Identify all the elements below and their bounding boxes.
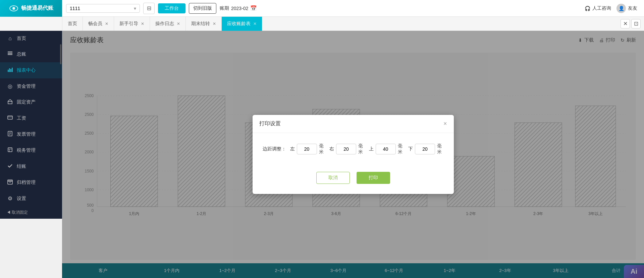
calendar-icon[interactable]: 📅 [250,5,257,11]
bottom-margin-group: 下 毫米 [408,143,444,155]
layout: ⌂ 首页 总账 报表中心 ◎ 资金管理 [0,31,644,278]
consult-label: 人工咨询 [592,5,611,11]
user-button[interactable]: 👤 友友 [616,4,637,13]
bottom-margin-input[interactable] [415,144,435,154]
svg-rect-2 [8,52,12,52]
sidebar-collapse-label: ◀ 取消固定 [7,210,28,215]
tab-bar: 首页 畅会员 ✕ 新手引导 ✕ 操作日志 ✕ 期末结转 ✕ 应收账龄表 ✕ ✕ … [0,17,644,31]
reports-icon [7,67,13,74]
sidebar-item-funds[interactable]: ◎ 资金管理 [0,78,62,94]
header: 畅捷通易代账 1111 ▾ ⊟ 工作台 切到旧版 账期 2023-02 📅 🎧 … [0,0,644,17]
dialog-body: 边距调整： 左 毫米 右 毫米 上 [253,133,454,165]
top-margin-group: 上 毫米 [369,143,405,155]
tab-operation-log[interactable]: 操作日志 ✕ [150,17,186,31]
print-settings-dialog: 打印设置 × 边距调整： 左 毫米 右 毫米 [253,115,454,194]
sidebar: ⌂ 首页 总账 报表中心 ◎ 资金管理 [0,31,62,219]
checkout-icon [7,163,13,170]
main-content: 应收账龄表 ⬇ 下载 🖨 打印 ↻ 刷新 [62,31,644,278]
dialog-title: 打印设置 [259,120,281,127]
bottom-label: 下 [408,146,413,152]
dialog-header: 打印设置 × [253,115,454,133]
user-label: 友友 [628,5,637,11]
sidebar-item-label: 总账 [17,51,26,57]
tab-close-operation-log[interactable]: ✕ [177,21,180,26]
sidebar-item-archive[interactable]: 归档管理 [0,175,62,191]
sidebar-item-ledger[interactable]: 总账 [0,46,62,62]
period-label: 账期 [220,5,229,11]
sidebar-scrollbar[interactable] [60,44,61,64]
tab-expand-button[interactable]: ⊡ [631,19,641,28]
left-margin-input[interactable] [297,144,317,154]
sidebar-item-label: 工资 [17,115,26,121]
overlay: 打印设置 × 边距调整： 左 毫米 右 毫米 [62,31,644,278]
svg-rect-6 [9,68,10,72]
logo: 畅捷通易代账 [0,0,62,17]
svg-rect-8 [12,68,13,72]
sidebar-item-label: 首页 [17,36,26,42]
assets-icon [7,99,13,106]
sidebar-wrapper: ⌂ 首页 总账 报表中心 ◎ 资金管理 [0,31,62,278]
svg-rect-10 [8,116,12,119]
sidebar-item-reports[interactable]: 报表中心 [0,62,62,78]
tab-actions: ✕ ⊡ [617,19,644,28]
sidebar-item-label: 固定资产 [17,99,36,105]
sidebar-item-home[interactable]: ⌂ 首页 [0,31,62,46]
top-margin-input[interactable] [376,144,396,154]
sidebar-item-label: 设置 [17,196,26,202]
right-label: 右 [329,146,334,152]
archive-icon-button[interactable]: ⊟ [143,3,155,14]
salary-icon [7,115,13,122]
sidebar-item-tax[interactable]: 税务管理 [0,142,62,158]
sidebar-item-label: 归档管理 [17,180,36,186]
sidebar-item-label: 结账 [17,163,26,169]
header-right: 🎧 人工咨询 👤 友友 [578,4,644,13]
sidebar-item-invoice[interactable]: 发票管理 [0,126,62,142]
cancel-button[interactable]: 取消 [316,172,350,184]
tab-membership[interactable]: 畅会员 ✕ [83,17,114,31]
margin-label: 边距调整： [263,146,286,152]
tab-close-guide[interactable]: ✕ [141,21,144,26]
sidebar-item-salary[interactable]: 工资 [0,110,62,126]
tab-guide[interactable]: 新手引导 ✕ [114,17,150,31]
svg-rect-3 [8,53,12,54]
tab-close-aging-report[interactable]: ✕ [253,21,257,26]
tab-aging-report[interactable]: 应收账龄表 ✕ [222,17,262,31]
home-icon: ⌂ [7,36,13,42]
workbench-button[interactable]: 工作台 [158,3,185,13]
sidebar-item-checkout[interactable]: 结账 [0,158,62,175]
sidebar-item-settings[interactable]: ⚙ 设置 [0,191,62,206]
invoice-icon [7,131,13,138]
sidebar-collapse-button[interactable]: ◀ 取消固定 [0,206,62,219]
print-confirm-button[interactable]: 打印 [357,172,390,184]
switch-old-version-button[interactable]: 切到旧版 [189,3,216,14]
ledger-icon [7,51,13,58]
company-selector[interactable]: 1111 ▾ [66,4,140,13]
archive-sidebar-icon [7,179,13,186]
tab-close-period-transfer[interactable]: ✕ [213,21,216,26]
right-unit: 毫米 [358,143,365,155]
sidebar-item-assets[interactable]: 固定资产 [0,94,62,110]
svg-rect-16 [8,148,12,152]
tab-period-transfer[interactable]: 期末结转 ✕ [186,17,222,31]
sidebar-item-label: 资金管理 [17,83,36,89]
top-label: 上 [369,146,374,152]
consult-button[interactable]: 🎧 人工咨询 [585,5,611,11]
company-name: 1111 [70,6,131,11]
right-margin-input[interactable] [336,144,356,154]
dialog-close-button[interactable]: × [443,120,447,127]
tab-close-membership[interactable]: ✕ [105,21,108,26]
left-margin-group: 左 毫米 [290,143,326,155]
svg-rect-4 [8,54,12,55]
left-unit: 毫米 [319,143,326,155]
svg-rect-20 [8,180,12,181]
chevron-down-icon: ▾ [134,6,136,11]
bottom-unit: 毫米 [437,143,444,155]
archive-icon: ⊟ [147,5,151,11]
sidebar-item-label: 报表中心 [17,67,36,73]
svg-point-1 [12,7,15,10]
tab-close-button[interactable]: ✕ [621,19,630,28]
left-label: 左 [290,146,295,152]
sidebar-item-label: 发票管理 [17,131,36,137]
period-value: 2023-02 [231,6,248,11]
tab-home[interactable]: 首页 [62,17,83,31]
